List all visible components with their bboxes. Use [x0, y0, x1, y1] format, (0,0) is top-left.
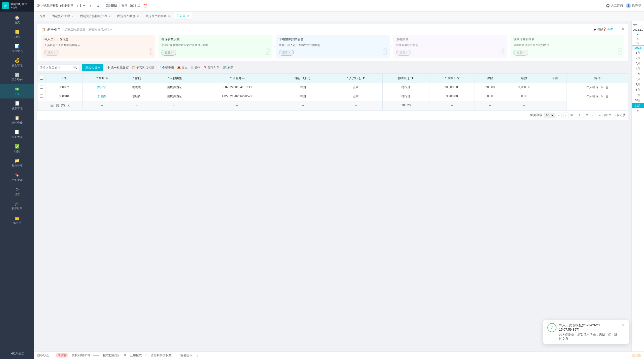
settings-btn[interactable]: ⚙	[95, 3, 101, 9]
month-item-9[interactable]: 9月	[632, 92, 644, 98]
td-action: 个人社保 ✎ 🗑	[567, 83, 628, 92]
step-btn-view-tax[interactable]: 查看＞	[513, 50, 528, 56]
guide-help-link[interactable]: ❓ 帮助	[603, 27, 613, 31]
tab-asset-category[interactable]: 固定资产类别 ✕	[114, 13, 142, 20]
add-account-btn[interactable]: ＋	[88, 3, 93, 9]
th-name: ＊姓名 ⇅	[83, 74, 121, 83]
scroll-up-btn[interactable]: ▲	[632, 32, 644, 36]
month-item-6[interactable]: 6月	[632, 77, 644, 82]
search-icon[interactable]: 🔍	[73, 66, 77, 70]
prev-page-btn[interactable]: ‹	[563, 113, 569, 118]
tax-report-btn[interactable]: 📄 个税申报	[157, 66, 174, 70]
step-btn-import[interactable]: 导入＞	[44, 50, 59, 56]
month-item-11-active[interactable]: 11月	[632, 103, 644, 108]
step-btn-view-deduction[interactable]: 查看＞	[279, 50, 294, 56]
td-expected	[543, 92, 567, 101]
social-insurance-btn[interactable]: ⚙ 统一社保设置	[107, 66, 129, 70]
period-value[interactable]: 2023-11	[130, 4, 141, 8]
new-guide-btn[interactable]: ❓ 新手引导	[203, 66, 220, 70]
year-label-2023[interactable]: 2023	[632, 45, 644, 50]
sidebar-item-settings[interactable]: ⚙ 设置	[0, 184, 34, 199]
edit-icon[interactable]: ✎	[600, 94, 603, 98]
employee-name-link[interactable]: 李俊杰	[97, 94, 106, 98]
sidebar-item-expense[interactable]: 🔖 小畅报销	[0, 170, 34, 184]
employee-name-link[interactable]: 徐泽华	[97, 85, 106, 89]
date-side-panel: ◀◀ 2023.11 ▲ ▲ 12 2023 1月 2月 3月 4月 5月 6月…	[631, 21, 644, 351]
tab-payroll[interactable]: 工资表 ✕	[174, 12, 192, 20]
tab-close-btn[interactable]: ✕	[71, 15, 73, 18]
month-item-2[interactable]: 2月	[632, 56, 644, 61]
collapse-panel-icon[interactable]: ◀◀	[633, 23, 637, 26]
month-item-12[interactable]: 12	[632, 41, 644, 45]
guide-steps: 导入员工工资信息 人员信息及工资数据新增导入 导入＞ 1 › 社保参数设置 完成…	[41, 35, 624, 58]
more-options-icon[interactable]: ⋯	[632, 113, 644, 118]
month-item-1[interactable]: 1月	[632, 50, 644, 56]
account-dropdown-icon[interactable]: ▾	[83, 4, 85, 8]
top-bar-right: 🎧 人工咨询 👤 徐泽华	[606, 3, 641, 8]
page-input[interactable]	[575, 113, 584, 118]
refresh-btn[interactable]: 🔄 刷新	[223, 66, 233, 70]
step-btn-view-report[interactable]: 查看＞	[396, 50, 411, 56]
last-page-btn[interactable]: »	[597, 113, 602, 118]
sidebar-item-label: 小畅报销	[12, 178, 23, 182]
social-insurance-op-btn[interactable]: 个人社保	[586, 94, 598, 98]
tab-home[interactable]: 首页	[36, 13, 48, 20]
sidebar-item-close[interactable]: ✅ 结账	[0, 141, 34, 156]
step-btn-setup[interactable]: 设置＞	[162, 50, 176, 56]
row-checkbox[interactable]	[40, 85, 43, 89]
td-id-type: 居民身份证	[152, 92, 197, 101]
charge-link[interactable]: 去充值	[632, 353, 641, 357]
sidebar-item-funds[interactable]: 💰 资金管理	[0, 56, 34, 70]
sidebar-item-purchases[interactable]: 📋 进销台账	[0, 113, 34, 127]
tab-depreciation[interactable]: 固定资产折旧统计表 ✕	[77, 13, 114, 20]
sidebar-item-guide[interactable]: 🎓 新手引导	[0, 199, 34, 213]
assets-icon: 🏢	[15, 72, 20, 77]
row-checkbox[interactable]	[40, 94, 43, 98]
sidebar-item-vip[interactable]: 👑 畅会员	[0, 213, 34, 227]
sidebar-item-archive[interactable]: 📁 归档管理	[0, 156, 34, 170]
tab-close-btn[interactable]: ✕	[168, 15, 170, 18]
th-staff-status: ＊人员状态 ▼	[329, 74, 383, 83]
switch-version-btn[interactable]: 切到旧版	[103, 3, 119, 9]
month-item-3[interactable]: 3月	[632, 61, 644, 66]
notification-close-btn[interactable]: ✕	[622, 323, 625, 327]
next-page-btn[interactable]: ›	[590, 113, 595, 118]
sidebar-item-ledger[interactable]: 📒 总账	[0, 27, 34, 41]
per-page-select[interactable]: 10 20 50	[544, 113, 555, 118]
scroll-down-btn[interactable]: ▼	[632, 108, 644, 113]
month-item-10[interactable]: 10月	[632, 98, 644, 103]
search-input[interactable]	[39, 66, 72, 69]
calendar-icon[interactable]: 📅	[143, 3, 148, 9]
edit-icon[interactable]: ✎	[600, 85, 603, 89]
sidebar-item-tax[interactable]: 📑 税务管理	[0, 127, 34, 141]
tab-close-btn[interactable]: ✕	[187, 15, 189, 17]
month-item-5[interactable]: 5月	[632, 71, 644, 77]
year-badge[interactable]: ▲	[632, 36, 644, 41]
guide-video-link[interactable]: ▶ 视频	[594, 27, 603, 31]
first-page-btn[interactable]: «	[556, 113, 562, 118]
consult-btn[interactable]: 🎧 人工咨询	[606, 4, 623, 8]
select-all-checkbox[interactable]	[40, 76, 43, 80]
export-btn[interactable]: 📤 导出	[177, 66, 188, 70]
sidebar-item-reports[interactable]: 📊 报表中心	[0, 41, 34, 56]
tab-close-btn[interactable]: ✕	[137, 15, 139, 18]
guide-close-btn[interactable]: ✕	[621, 27, 624, 31]
social-insurance-op-btn[interactable]: 个人社保	[586, 85, 598, 89]
month-item-8[interactable]: 8月	[632, 87, 644, 92]
month-item-4[interactable]: 4月	[632, 66, 644, 71]
month-item-7[interactable]: 7月	[632, 82, 644, 87]
sidebar-item-invoice[interactable]: 🧾 发票管理	[0, 98, 34, 113]
sidebar-item-payroll[interactable]: 💵 工资	[0, 84, 34, 98]
cancel-fixed-btn[interactable]: ◀取消固定	[2, 350, 32, 357]
tab-asset-ledger[interactable]: 固定资产明细账 ✕	[142, 13, 173, 20]
add-employee-btn[interactable]: 添加人员 ▾	[82, 64, 103, 71]
deduction-btn[interactable]: 📋 专项附加扣除	[132, 66, 154, 70]
tab-close-btn[interactable]: ✕	[109, 15, 111, 18]
warning-icon[interactable]: ℹ	[196, 353, 198, 357]
sidebar-item-assets[interactable]: 🏢 固定资产	[0, 70, 34, 84]
tab-fixed-assets[interactable]: 固定资产管理 ✕	[49, 13, 76, 20]
operations-btn[interactable]: ⚙ 操作	[191, 66, 200, 70]
sidebar-item-home[interactable]: 🏠 首页	[0, 13, 34, 27]
delete-icon[interactable]: 🗑	[605, 85, 609, 89]
delete-icon[interactable]: 🗑	[605, 94, 609, 98]
